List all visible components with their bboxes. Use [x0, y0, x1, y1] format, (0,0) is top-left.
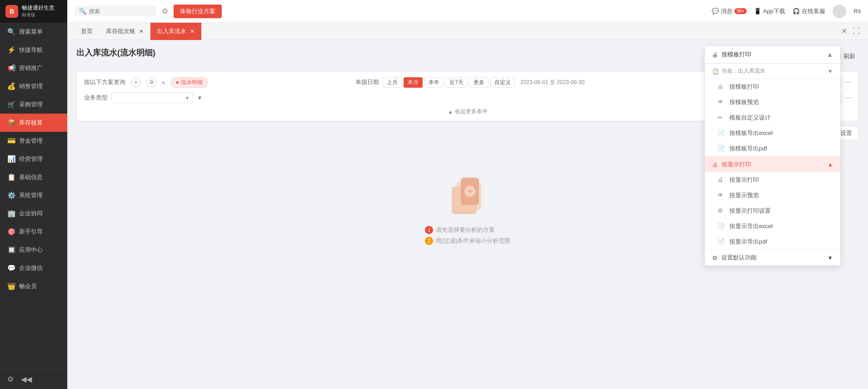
display-preview-icon: 👁	[718, 192, 725, 199]
sidebar-item-purchase[interactable]: 🛒采购管理	[0, 95, 67, 114]
date-label: 单据日期	[355, 78, 379, 86]
search-icon: 🔍	[79, 8, 86, 15]
date-more-btn[interactable]: 更多	[469, 77, 489, 88]
settings-default-icon: ⚙	[712, 254, 718, 261]
empty-tip-2: 2 用[过滤]条件来缩小分析范围	[425, 237, 510, 245]
tab-in-out-close-icon[interactable]: ✕	[190, 28, 195, 35]
topbar-settings-icon[interactable]: ⚙	[162, 7, 168, 15]
filter-collapse-button[interactable]: «	[162, 79, 165, 86]
date-custom-btn[interactable]: 自定义	[490, 77, 515, 88]
dropdown-template-pdf[interactable]: 📄 按模板导出pdf	[705, 141, 840, 156]
current-template-icon: 📋	[712, 68, 719, 75]
sidebar-nav: 🔍搜索菜单⚡快捷导航📢营销推广💰销售管理🛒采购管理📦库存核算💳资金管理📊经营管理…	[0, 23, 67, 369]
sidebar-item-finance[interactable]: 💳资金管理	[0, 132, 67, 150]
date-this-year-btn[interactable]: 本年	[424, 77, 444, 88]
trial-industry-button[interactable]: 体验行业方案	[174, 5, 222, 18]
dropdown-display-preview[interactable]: 👁 按显示预览	[705, 188, 840, 203]
sidebar-item-search[interactable]: 🔍搜索菜单	[0, 23, 67, 41]
sidebar-item-wechat[interactable]: 💬企业微信	[0, 259, 67, 277]
sidebar-item-inventory[interactable]: 📦库存核算	[0, 114, 67, 132]
fullscreen-icon[interactable]: ⛶	[852, 26, 861, 36]
sidebar-item-enterprise[interactable]: 🏢企业协同	[0, 204, 67, 223]
filter-chip-shuimingxi[interactable]: ● 流水明细	[171, 77, 208, 88]
bill-type-more-icon[interactable]: ···	[845, 78, 851, 86]
sidebar-item-basic[interactable]: 📋基础信息	[0, 168, 67, 186]
dropdown-display-pdf[interactable]: 📄 按显示导出pdf	[705, 234, 840, 249]
topbar: 🔍 ⚙ 体验行业方案 💬 消息 99+ 📱 App下载 🎧 在线客服 Rit	[67, 0, 868, 23]
online-service-btn[interactable]: 🎧 在线客服	[793, 7, 825, 15]
date-this-month-btn[interactable]: 本月	[404, 77, 423, 88]
date-last-month-btn[interactable]: 上月	[383, 77, 402, 88]
empty-tip-1: 1 请先选择要分析的方案	[425, 226, 510, 234]
search-input[interactable]	[89, 8, 144, 15]
empty-tips: 1 请先选择要分析的方案 2 用[过滤]条件来缩小分析范围	[425, 226, 510, 245]
dropdown-template-print[interactable]: 🖨 按模板打印	[705, 79, 840, 95]
dropdown-collapse-icon[interactable]: ▲	[827, 51, 833, 58]
tab-batch-close-icon[interactable]: ✕	[139, 28, 144, 35]
dropdown-header-title: 🖨 按模板打印	[712, 50, 751, 59]
tab-home[interactable]: 首页	[75, 23, 100, 40]
display-print-settings-icon: ⚙	[718, 207, 725, 214]
logo-icon: B	[5, 5, 18, 18]
business-type-more-icon[interactable]: ▼	[197, 95, 203, 101]
sidebar-item-sales[interactable]: 💰销售管理	[0, 77, 67, 95]
dropdown-section-display: 🖨 按显示打印 ▲ 🖨 按显示打印 👁 按显示预览 ⚙ 按显示打印设置 📄 按显…	[705, 157, 840, 250]
dropdown-print-icon: 🖨	[712, 51, 718, 58]
tip-num-2: 2	[425, 237, 433, 245]
app-download-btn[interactable]: 📱 App下载	[754, 7, 785, 15]
filter-gear-button[interactable]: ⚙	[146, 77, 156, 87]
tip-num-1: 1	[425, 226, 433, 234]
message-btn[interactable]: 💬 消息 99+	[712, 7, 747, 15]
tab-batch-account[interactable]: 库存批次账 ✕	[100, 23, 150, 40]
avatar[interactable]	[833, 5, 846, 18]
vip-icon: 👑	[7, 282, 15, 290]
tab-home-label: 首页	[81, 27, 93, 35]
page-title: 出入库流水(流水明细)	[76, 47, 155, 58]
close-all-tabs-icon[interactable]: ✕	[840, 26, 848, 36]
settings-icon[interactable]: ⚙	[7, 375, 14, 384]
tab-bar: 首页 库存批次账 ✕ 出入库流水 ✕ ✕ ⛶	[67, 23, 868, 40]
system-icon: ⚙️	[7, 191, 15, 199]
dropdown-template-preview[interactable]: 👁 按模板预览	[705, 95, 840, 110]
current-template-arrow: ▼	[828, 68, 833, 75]
basic-icon: 📋	[7, 173, 15, 181]
warehouse-more-icon[interactable]: ···	[845, 94, 851, 102]
date-7days-btn[interactable]: 近7天	[445, 77, 468, 88]
collapse-sidebar-icon[interactable]: ◀◀	[21, 375, 32, 384]
phone-icon: 📱	[754, 8, 761, 15]
collapse-up-icon: ▲	[448, 109, 453, 115]
sidebar-item-app-center[interactable]: 🔲应用中心	[0, 241, 67, 259]
inventory-icon: 📦	[7, 119, 15, 127]
date-buttons: 上月 本月 本年 近7天 更多 自定义	[383, 77, 515, 88]
dropdown-display-excel[interactable]: 📄 按显示导出excel	[705, 219, 840, 234]
sidebar-item-quick-nav[interactable]: ⚡快捷导航	[0, 41, 67, 59]
business-type-label: 业务类型	[84, 94, 108, 102]
dropdown-current-template[interactable]: 📋 当前：出入库流水 ▼	[705, 64, 840, 79]
sales-icon: 💰	[7, 82, 15, 90]
display-section-arrow: ▲	[828, 161, 833, 168]
dropdown-header: 🖨 按模板打印 ▲	[705, 46, 840, 64]
collapse-more-btn[interactable]: ▲ 收起更多条件	[448, 108, 488, 115]
template-print-icon: 🖨	[718, 83, 725, 90]
dropdown-display-print[interactable]: 🖨 按显示打印	[705, 172, 840, 188]
dropdown-footer-default-fn[interactable]: ⚙ 设置默认功能 ▼	[705, 250, 840, 265]
filter-add-button[interactable]: +	[131, 77, 141, 87]
display-pdf-icon: 📄	[718, 238, 725, 245]
dropdown-display-print-settings[interactable]: ⚙ 按显示打印设置	[705, 203, 840, 219]
date-filter: 单据日期 上月 本月 本年 近7天 更多 自定义 2023-06-01 至 20…	[355, 77, 584, 88]
dropdown-template-excel[interactable]: 📄 按模板导出excel	[705, 125, 840, 141]
tab-batch-account-label: 库存批次账	[106, 27, 135, 35]
search-icon: 🔍	[7, 28, 15, 36]
app-center-icon: 🔲	[7, 246, 15, 254]
tab-in-out-flow[interactable]: 出入库流水 ✕	[150, 23, 201, 40]
sidebar-item-system[interactable]: ⚙️系统管理	[0, 186, 67, 204]
display-section-icon: 🖨	[712, 161, 718, 168]
sidebar-item-newbie[interactable]: 🎯新手引导	[0, 223, 67, 241]
dropdown-template-custom[interactable]: ✏ 模板自定义设计	[705, 110, 840, 125]
business-type-select[interactable]	[111, 92, 193, 103]
dropdown-section-display-header[interactable]: 🖨 按显示打印 ▲	[705, 157, 840, 172]
sidebar-item-marketing[interactable]: 📢营销推广	[0, 59, 67, 77]
template-pdf-icon: 📄	[718, 145, 725, 152]
sidebar-item-vip[interactable]: 👑畅会员	[0, 277, 67, 295]
sidebar-item-operation[interactable]: 📊经营管理	[0, 150, 67, 168]
